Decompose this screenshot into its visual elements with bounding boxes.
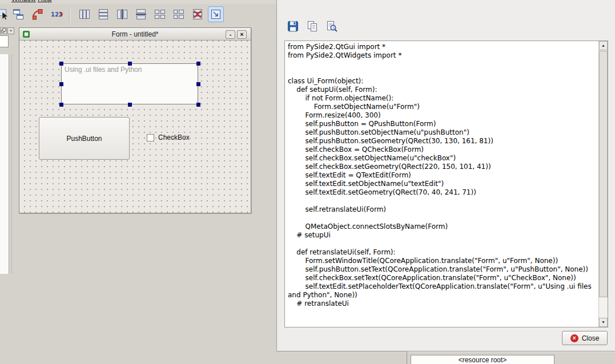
- selection-handle[interactable]: [128, 103, 132, 107]
- scroll-up-button[interactable]: ▲: [599, 41, 608, 50]
- form-canvas[interactable]: Using .ui files and Python PushButton Ch…: [19, 41, 251, 213]
- form-close-button[interactable]: ×: [237, 30, 247, 39]
- layout-grid-icon: [154, 8, 166, 21]
- resource-panel: <resource root>: [407, 351, 615, 364]
- qt-designer-screen: Window Help 123: [0, 0, 615, 364]
- menubar: Window Help: [0, 0, 276, 4]
- panel-splitter-groove[interactable]: [11, 55, 12, 273]
- selection-handle[interactable]: [196, 103, 200, 107]
- layout-vertical-splitter-icon: [135, 8, 147, 21]
- close-button[interactable]: × Close: [562, 331, 608, 345]
- edit-tab-order-button[interactable]: 123: [49, 6, 65, 22]
- checkbox-widget[interactable]: CheckBox: [147, 134, 190, 141]
- resource-root-item[interactable]: <resource root>: [411, 355, 554, 364]
- edit-buddies-icon: [31, 8, 44, 21]
- save-button[interactable]: [285, 18, 301, 34]
- textedit-widget[interactable]: Using .ui files and Python: [61, 63, 198, 104]
- layout-vertical-splitter-button[interactable]: [133, 6, 149, 22]
- edit-widgets-icon: [0, 8, 10, 21]
- code-editor[interactable]: from PySide2.QtGui import * from PySide2…: [284, 41, 608, 327]
- edit-signals-slots-button[interactable]: [10, 6, 26, 22]
- textedit-placeholder: Using .ui files and Python: [62, 64, 198, 75]
- break-layout-button[interactable]: [190, 6, 206, 22]
- form-minimize-button[interactable]: -: [226, 30, 235, 39]
- selection-handle[interactable]: [59, 82, 63, 86]
- layout-grid-button[interactable]: [152, 6, 168, 22]
- form-titlebar[interactable]: Form - untitled* - ×: [19, 28, 251, 41]
- adjust-size-icon: [210, 8, 222, 21]
- layout-horizontal-button[interactable]: [77, 6, 93, 22]
- scroll-down-button[interactable]: ▼: [599, 318, 608, 327]
- selection-handle[interactable]: [128, 62, 132, 66]
- layout-horizontal-splitter-icon: [116, 8, 128, 21]
- menu-help[interactable]: Help: [38, 0, 52, 3]
- dock-close-button[interactable]: ×: [7, 27, 14, 34]
- break-layout-icon: [191, 8, 204, 21]
- edit-widgets-button[interactable]: [0, 6, 11, 22]
- copy-icon: [306, 20, 319, 33]
- save-icon: [287, 20, 299, 33]
- widget-box-panel-edge: [0, 54, 9, 274]
- edit-signals-slots-icon: [12, 8, 25, 21]
- layout-form-icon: [172, 8, 185, 21]
- scrollbar-thumb[interactable]: [599, 51, 608, 297]
- pushbutton-widget[interactable]: PushButton: [39, 117, 130, 160]
- dock-float-button[interactable]: [0, 27, 7, 34]
- layout-vertical-button[interactable]: [95, 6, 111, 22]
- form-window: Form - untitled* - × Using .ui files and…: [19, 27, 251, 213]
- svg-text:123: 123: [51, 11, 63, 18]
- layout-horizontal-icon: [78, 8, 91, 21]
- layout-form-button[interactable]: [171, 6, 187, 22]
- menu-window[interactable]: Window: [11, 0, 36, 3]
- code-text[interactable]: from PySide2.QtGui import * from PySide2…: [285, 41, 598, 327]
- close-circle-icon: ×: [570, 334, 578, 342]
- close-button-label: Close: [582, 334, 600, 342]
- selection-handle[interactable]: [196, 62, 200, 66]
- vertical-scrollbar[interactable]: ▲ ▼: [598, 41, 608, 327]
- adjust-size-button[interactable]: [208, 6, 224, 22]
- form-title: Form - untitled*: [19, 30, 251, 38]
- selection-handle[interactable]: [196, 82, 200, 86]
- code-preview-panel: from PySide2.QtGui import * from PySide2…: [276, 0, 615, 351]
- main-toolbar: 123: [0, 4, 276, 26]
- selection-handle[interactable]: [59, 62, 63, 66]
- layout-vertical-icon: [97, 8, 110, 21]
- code-preview-toolbar: [285, 18, 340, 35]
- copy-button[interactable]: [304, 18, 320, 34]
- float-icon: [1, 28, 6, 34]
- edit-buddies-button[interactable]: [30, 6, 46, 22]
- layout-horizontal-splitter-button[interactable]: [114, 6, 130, 22]
- selection-handle[interactable]: [59, 103, 63, 107]
- find-button[interactable]: [324, 18, 340, 34]
- checkbox-indicator[interactable]: [147, 134, 154, 141]
- toolbar-separator: [69, 8, 70, 22]
- edit-tab-order-icon: 123: [50, 8, 64, 21]
- checkbox-label: CheckBox: [158, 134, 190, 141]
- find-icon: [325, 20, 338, 33]
- widget-filter-box[interactable]: [0, 35, 9, 47]
